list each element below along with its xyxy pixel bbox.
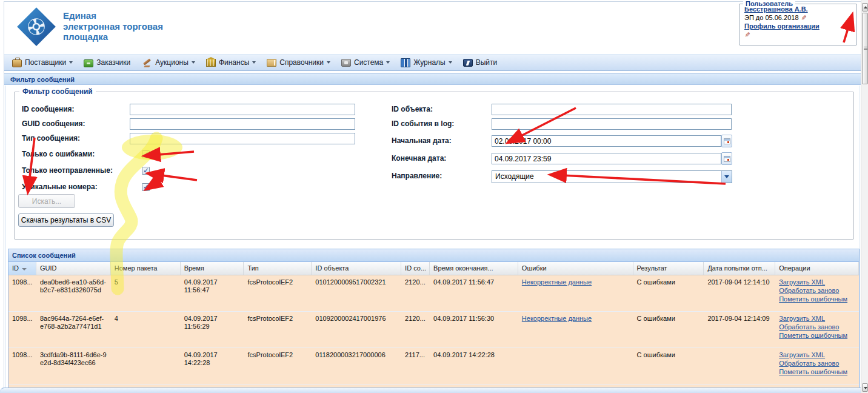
cell-result: С ошибками [633,312,704,348]
message-guid-input[interactable] [130,118,355,130]
cell-id-so: 2120... [401,275,430,311]
cell-result: С ошибками [633,275,704,311]
reprocess-link[interactable]: Обработать заново [779,323,855,331]
message-id-input[interactable] [130,104,355,115]
object-id-input[interactable] [492,104,732,115]
bank-icon [206,59,216,67]
bottom-window-edge [0,388,861,393]
message-type-label: Тип сообщения: [22,134,80,143]
scrollbar-thumb[interactable] [862,13,868,84]
menu-item-customers[interactable]: Заказчики [78,56,137,69]
log-event-id-input[interactable] [492,118,732,130]
table-row: 1098... 8ac9644a-7264-e6ef-e768-a2b2a774… [8,312,859,348]
download-csv-button[interactable]: Скачать результаты в CSV [18,213,114,227]
direction-value: Исходящие [495,172,534,181]
menu-item-suppliers[interactable]: Поставщики [7,56,78,69]
calendar-icon [724,156,730,162]
menu-item-auctions[interactable]: Аукционы [137,56,201,69]
cell-object-id: 0101200009517002321 [312,275,401,311]
cell-end-time: 04.09.2017 11:56:47 [430,275,518,311]
filter-fieldset: Фильтр сообщений ID сообщения: GUID сооб… [14,92,854,240]
unique-numbers-checkbox[interactable] [142,183,150,191]
only-unsent-label: Только неотправленные: [22,166,113,175]
main-menu: Поставщики Заказчики Аукционы Финансы Сп… [4,54,861,71]
user-panel: Пользователь Бесстрашнова А.В. ЭП до 05.… [739,4,857,45]
scroll-down-button[interactable] [862,383,868,392]
cell-type: fcsProtocolEF2 [244,312,312,348]
messages-panel: Список сообщений ID GUID Номер пакета Вр… [8,249,860,393]
column-header-operations[interactable]: Операции [775,262,859,275]
edit-pen-icon[interactable]: ✎ [744,32,750,37]
sort-desc-icon [22,268,27,270]
menu-item-system[interactable]: Система [336,56,395,69]
message-type-input[interactable] [130,133,355,144]
load-xml-link[interactable]: Загрузить XML [779,278,855,286]
edit-pen-icon[interactable]: ✎ [800,15,806,20]
chevron-down-icon [192,61,195,64]
filter-legend: Фильтр сообщений [19,87,96,96]
search-button[interactable]: Искать... [18,194,75,208]
select-trigger-button[interactable] [721,171,732,183]
briefcase-green-icon [84,59,93,67]
system-box-icon [341,59,351,67]
start-date-calendar-button[interactable] [721,135,732,147]
load-xml-link[interactable]: Загрузить XML [779,351,855,359]
cell-package: 4 [111,312,181,348]
column-header-package[interactable]: Номер пакета [111,262,181,275]
only-errors-checkbox[interactable] [142,150,150,158]
message-id-label: ID сообщения: [22,105,75,113]
end-date-calendar-button[interactable] [721,152,732,165]
menu-item-journals[interactable]: Журналы [395,56,457,69]
only-unsent-checkbox[interactable] [142,167,150,175]
direction-label: Направление: [392,172,442,180]
eetp-logo-icon [16,6,57,47]
page-title: Фильтр сообщений [4,73,861,85]
direction-select[interactable]: Исходящие [492,170,732,183]
cell-package [111,348,181,384]
cell-id: 1098... [8,312,36,348]
chevron-down-icon [69,61,73,64]
column-header-time[interactable]: Время [181,262,244,275]
cell-attempt-date [704,348,775,384]
errors-link[interactable]: Некорректные данные [522,315,592,322]
cell-time: 04.09.2017 11:56:47 [181,275,244,311]
column-header-result[interactable]: Результат [633,262,704,275]
column-header-attempt-date[interactable]: Дата попытки отп... [704,262,775,275]
books-icon [401,58,410,67]
column-header-guid[interactable]: GUID [36,262,111,275]
content-border [860,86,860,393]
menu-item-finance[interactable]: Финансы [201,56,261,69]
column-header-type[interactable]: Тип [244,262,312,275]
menu-item-directories[interactable]: Справочники [261,56,336,69]
cell-attempt-date: 2017-09-04 12:14:09 [704,312,775,348]
table-row: 1098... dea0bed6-ea10-a56d-b2c7-e831d326… [8,275,859,312]
vertical-scrollbar[interactable] [861,0,868,393]
scroll-up-button[interactable] [862,3,868,12]
menu-item-logout[interactable]: Выйти [458,56,504,69]
cell-end-time: 04.09.2017 11:56:30 [430,312,518,348]
window-frame-top [4,1,861,2]
start-date-input[interactable] [492,135,721,147]
grid-header: ID GUID Номер пакета Время Тип ID объект… [8,262,859,275]
column-header-errors[interactable]: Ошибки [518,262,633,275]
cell-type: fcsProtocolEF2 [244,275,312,311]
mark-error-link[interactable]: Пометить ошибочным [779,295,855,303]
reprocess-link[interactable]: Обработать заново [779,360,855,368]
cell-package: 5 [111,275,181,311]
org-profile-link[interactable]: Профиль организации [744,22,820,30]
errors-link[interactable]: Некорректные данные [522,278,592,286]
reprocess-link[interactable]: Обработать заново [779,287,855,295]
content-border [5,86,6,393]
end-date-input[interactable] [492,153,721,164]
load-xml-link[interactable]: Загрузить XML [779,315,855,323]
calendar-icon [724,138,730,144]
object-id-label: ID объекта: [392,105,433,113]
mark-error-link[interactable]: Пометить ошибочным [779,368,855,376]
column-header-id-so[interactable]: ID со... [401,262,430,275]
column-header-object-id[interactable]: ID объекта [312,262,401,275]
only-errors-label: Только с ошибками: [22,150,95,158]
messages-panel-title: Список сообщений [8,249,859,262]
column-header-end-time[interactable]: Время окончания... [430,262,518,275]
mark-error-link[interactable]: Пометить ошибочным [779,332,855,340]
column-header-id[interactable]: ID [8,262,36,275]
